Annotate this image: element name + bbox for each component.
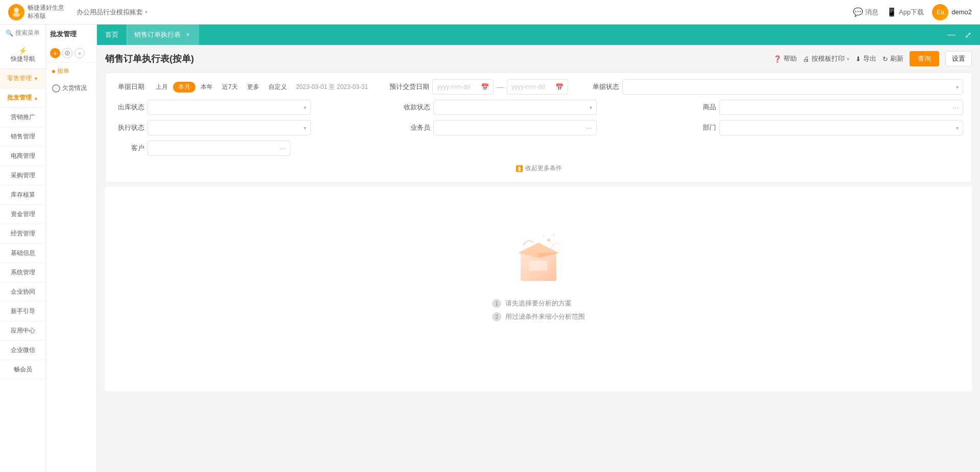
sidebar-item-retail[interactable]: 零售管理 ▼ <box>0 69 45 88</box>
search-btn[interactable]: 查询 <box>910 51 939 66</box>
date-tab-last-7-days[interactable]: 近7天 <box>218 82 242 92</box>
sidebar-item-enterprise[interactable]: 企业协同 <box>0 282 45 302</box>
date-tab-custom[interactable]: 自定义 <box>264 82 291 92</box>
message-btn[interactable]: 💬 消息 <box>853 7 878 17</box>
svg-point-9 <box>553 234 555 236</box>
breadcrumb[interactable]: 办公用品行业模拟账套 ▾ <box>77 8 148 17</box>
help-btn[interactable]: ❓ 帮助 <box>773 54 797 63</box>
customer-group: 客户 ··· <box>114 140 290 156</box>
page-title: 销售订单执行表(按单) <box>105 53 194 65</box>
sidebar-item-ecommerce[interactable]: 电商管理 <box>0 147 45 166</box>
help-icon: ❓ <box>773 55 781 63</box>
collection-status-select[interactable]: ▾ <box>433 100 597 115</box>
date-tab-last-month[interactable]: 上月 <box>152 82 172 92</box>
export-icon: ⬇ <box>855 55 861 63</box>
user-profile[interactable]: Ea demo2 <box>932 4 972 20</box>
sidebar-item-basic[interactable]: 基础信息 <box>0 244 45 263</box>
sidebar-item-newbie[interactable]: 新手引导 <box>0 302 45 321</box>
sub-sidebar-controls: + « <box>46 44 96 63</box>
search-icon: 🔍 <box>6 30 13 37</box>
sidebar-item-wholesale[interactable]: 批发管理 ▲ <box>0 88 45 108</box>
salesperson-dots-btn[interactable]: ··· <box>586 124 592 132</box>
tab-bar: 首页 销售订单执行表 × — ⤢ <box>97 25 980 45</box>
top-header: 畅捷通好生意 标准版 办公用品行业模拟账套 ▾ 💬 消息 📱 App下载 Ea … <box>0 0 980 25</box>
active-dot <box>52 70 55 73</box>
delivery-status-select[interactable]: ▾ <box>148 100 311 115</box>
svg-point-10 <box>543 236 545 238</box>
sidebar-item-nav[interactable]: ⚡ 快捷导航 <box>0 41 45 69</box>
department-select[interactable]: ▾ <box>719 120 963 135</box>
filter-panel: 单据日期 上月 本月 本年 近7天 更多 自定义 2023-03-01 至 20… <box>105 73 972 182</box>
execution-status-select[interactable]: ▾ <box>148 120 311 135</box>
execution-status-group: 执行状态 ▾ <box>114 120 391 135</box>
edit-scheme-btn[interactable] <box>62 48 72 58</box>
dropdown-icon-2: ▾ <box>590 105 592 110</box>
tab-close-btn[interactable]: × <box>184 31 192 39</box>
sidebar-search[interactable]: 🔍 搜索菜单 <box>0 25 45 41</box>
tip-num-2: 2 <box>492 312 501 321</box>
nav-icon: ⚡ <box>18 46 27 55</box>
main-layout: 🔍 搜索菜单 ⚡ 快捷导航 零售管理 ▼ 批发管理 ▲ 营销推广 销售管理 电商… <box>0 25 980 472</box>
customer-select[interactable]: ··· <box>148 140 290 156</box>
sidebar-item-system[interactable]: 系统管理 <box>0 263 45 282</box>
product-dots-btn[interactable]: ··· <box>952 103 959 111</box>
app-download-icon: 📱 <box>887 7 897 17</box>
product-select[interactable]: ··· <box>719 100 963 115</box>
sidebar-item-finance[interactable]: 资金管理 <box>0 205 45 224</box>
sidebar: 🔍 搜索菜单 ⚡ 快捷导航 零售管理 ▼ 批发管理 ▲ 营销推广 销售管理 电商… <box>0 25 46 472</box>
dropdown-icon-4: ▾ <box>956 125 959 131</box>
export-btn[interactable]: ⬇ 导出 <box>855 54 876 63</box>
logo-text: 畅捷通好生意 标准版 <box>28 4 64 20</box>
date-separator: — <box>497 83 504 91</box>
chevron-icon: ▲ <box>34 96 38 101</box>
date-filter-tabs: 上月 本月 本年 近7天 更多 自定义 <box>152 82 291 92</box>
svg-point-8 <box>547 239 550 242</box>
date-tab-more[interactable]: 更多 <box>243 82 263 92</box>
expected-end-date[interactable]: yyyy-mm-dd 📅 <box>507 79 568 95</box>
refresh-btn[interactable]: ↻ 刷新 <box>883 54 903 63</box>
message-icon: 💬 <box>853 7 863 17</box>
minimize-icon: — <box>947 30 955 39</box>
sidebar-item-marketing[interactable]: 营销推广 <box>0 108 45 127</box>
sidebar-item-appstore[interactable]: 应用中心 <box>0 321 45 341</box>
sub-sidebar-item-debt[interactable]: ○ 欠货情况 <box>46 80 96 97</box>
sidebar-item-inventory[interactable]: 库存核算 <box>0 185 45 205</box>
filter-row-4: 客户 ··· <box>114 140 963 156</box>
order-status-group: 单据状态 ▾ <box>589 79 963 95</box>
salesperson-select[interactable]: ··· <box>433 120 597 135</box>
sidebar-item-member[interactable]: 畅会员 <box>0 360 45 380</box>
tab-maximize-btn[interactable]: ⤢ <box>962 29 974 41</box>
order-status-select[interactable]: ▾ <box>622 79 963 95</box>
app-download-btn[interactable]: 📱 App下载 <box>887 7 924 17</box>
tab-minimize-btn[interactable]: — <box>945 29 958 41</box>
settings-btn[interactable]: 设置 <box>945 51 972 66</box>
customer-dots-btn[interactable]: ··· <box>280 144 286 152</box>
sidebar-item-wechat[interactable]: 企业微信 <box>0 341 45 360</box>
add-scheme-btn[interactable]: + <box>50 48 60 58</box>
dropdown-arrow: ▾ <box>956 84 959 90</box>
logo-icon <box>8 4 24 20</box>
svg-point-3 <box>67 53 68 54</box>
results-area: 1 请先选择要分析的方案 2 用过滤条件来缩小分析范围 <box>105 186 972 391</box>
expected-start-date[interactable]: yyyy-mm-dd 📅 <box>432 79 494 95</box>
print-btn[interactable]: 🖨 按模板打印 ▾ <box>803 54 849 63</box>
collapse-icon: ⏫ <box>516 165 523 172</box>
sub-sidebar-item-order[interactable]: 按单 <box>46 63 96 80</box>
sidebar-item-purchase[interactable]: 采购管理 <box>0 166 45 185</box>
collapse-filter-btn[interactable]: ⏫ 收起更多条件 <box>114 161 963 176</box>
tab-sales-order[interactable]: 销售订单执行表 × <box>127 25 199 45</box>
empty-tip-2: 2 用过滤条件来缩小分析范围 <box>492 312 585 321</box>
print-icon: 🖨 <box>803 55 810 63</box>
date-tab-current-month[interactable]: 本月 <box>173 82 195 92</box>
sub-sidebar: 批发管理 + « 按单 ○ 欠货情况 <box>46 25 97 472</box>
item-circle-icon: ○ <box>52 84 60 92</box>
collapse-sub-btn[interactable]: « <box>75 48 85 58</box>
sidebar-item-sales[interactable]: 销售管理 <box>0 127 45 147</box>
avatar: Ea <box>932 4 948 20</box>
date-tab-current-year[interactable]: 本年 <box>197 82 217 92</box>
filter-row-2: 出库状态 ▾ 收款状态 ▾ 商品 ··· <box>114 100 963 115</box>
filter-row-1: 单据日期 上月 本月 本年 近7天 更多 自定义 2023-03-01 至 20… <box>114 79 963 95</box>
empty-illustration <box>508 227 569 289</box>
tab-home[interactable]: 首页 <box>97 25 127 45</box>
sidebar-item-operations[interactable]: 经营管理 <box>0 224 45 244</box>
